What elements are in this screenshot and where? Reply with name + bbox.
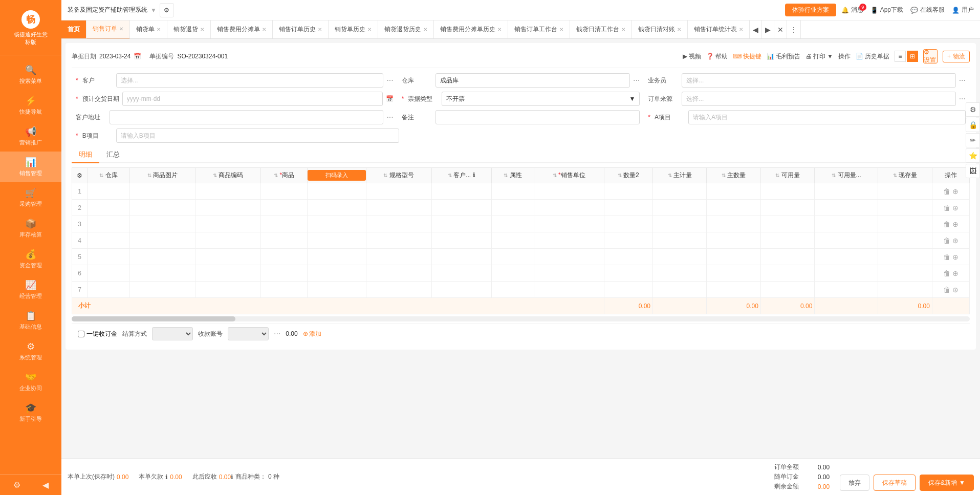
row-stock[interactable] bbox=[878, 183, 932, 200]
sidebar-item-operations[interactable]: 📈 经营管理 bbox=[0, 274, 61, 305]
online-service-btn[interactable]: 💬 在线客服 bbox=[910, 6, 945, 14]
tab-close-icon[interactable]: ✕ bbox=[200, 27, 204, 32]
form-settings-btn[interactable]: ⚙ 设置 bbox=[923, 49, 938, 63]
row-copy-btn[interactable]: ⊕ bbox=[952, 269, 959, 277]
row-spec[interactable] bbox=[366, 183, 431, 200]
sidebar-item-finance[interactable]: 💰 资金管理 bbox=[0, 244, 61, 274]
right-panel-lock-btn[interactable]: 🔒 bbox=[966, 118, 980, 132]
sidebar-collapse-btn[interactable]: ◀ bbox=[42, 480, 49, 490]
sidebar-item-inventory[interactable]: 📦 库存核算 bbox=[0, 213, 61, 244]
tab-slip-history[interactable]: 销货单历史 ✕ bbox=[329, 20, 378, 39]
print-dropdown-icon[interactable]: ▼ bbox=[827, 53, 833, 60]
help-action[interactable]: ❓ 帮助 bbox=[706, 52, 728, 61]
tab-sales-expense[interactable]: 销售费用分摊单 ✕ bbox=[211, 20, 273, 39]
tab-reconcile[interactable]: 钱货日清对账 ✕ bbox=[632, 20, 688, 39]
calendar-icon[interactable]: 📅 bbox=[134, 53, 141, 60]
sidebar-item-sales[interactable]: 📊 销售管理 bbox=[0, 152, 61, 182]
quick-payment-checkbox[interactable]: 一键收订金 bbox=[78, 330, 117, 338]
tab-sales-return[interactable]: 销货退货 ✕ bbox=[167, 20, 211, 39]
payment-method-select[interactable] bbox=[152, 327, 193, 340]
right-panel-image-btn[interactable]: 🖼 bbox=[966, 164, 980, 178]
tab-next-btn[interactable]: ▶ bbox=[762, 20, 774, 39]
invoice-select[interactable]: 不开票 ▼ bbox=[442, 92, 640, 106]
sidebar-item-guide[interactable]: 🎓 新手引导 bbox=[0, 397, 61, 428]
print-action[interactable]: 🖨 打印 ▼ bbox=[805, 52, 833, 61]
delivery-input[interactable] bbox=[122, 92, 383, 106]
row-code[interactable] bbox=[195, 183, 260, 200]
row-copy-btn[interactable]: ⊕ bbox=[952, 286, 959, 294]
tab-close-icon[interactable]: ✕ bbox=[423, 27, 427, 32]
tab-detail[interactable]: 明细 bbox=[72, 147, 99, 163]
right-panel-settings-btn[interactable]: ⚙ bbox=[966, 102, 980, 117]
right-panel-star-btn[interactable]: ⭐ bbox=[966, 148, 980, 163]
row-copy-btn[interactable]: ⊕ bbox=[952, 220, 959, 228]
row-main-unit[interactable] bbox=[653, 183, 707, 200]
tab-close-icon[interactable]: ✕ bbox=[739, 27, 743, 32]
warehouse-input[interactable] bbox=[435, 73, 630, 88]
sidebar-item-base[interactable]: 📋 基础信息 bbox=[0, 305, 61, 336]
add-item-btn[interactable]: + 物流 bbox=[943, 51, 970, 62]
tab-expense-history[interactable]: 销售费用分摊单历史 ✕ bbox=[434, 20, 508, 39]
b-project-input[interactable] bbox=[116, 128, 400, 143]
row-delete-btn[interactable]: 🗑 bbox=[943, 286, 950, 294]
row-unit[interactable] bbox=[534, 183, 604, 200]
profit-action[interactable]: 📊 毛利预告 bbox=[767, 52, 800, 61]
tab-menu-btn[interactable]: ⋮ bbox=[787, 20, 801, 39]
row-available[interactable] bbox=[760, 183, 814, 200]
row-attr[interactable] bbox=[491, 183, 534, 200]
add-payment-btn[interactable]: ⊕ 添加 bbox=[303, 330, 321, 338]
view-action[interactable]: ▶ 视频 bbox=[683, 52, 701, 61]
save-new-button[interactable]: 保存&新增 ▼ bbox=[920, 475, 974, 491]
row-image[interactable] bbox=[129, 183, 195, 200]
sidebar-item-enterprise[interactable]: 🤝 企业协同 bbox=[0, 367, 61, 397]
row-copy-btn[interactable]: ⊕ bbox=[952, 253, 959, 261]
operation-action[interactable]: 操作 bbox=[838, 52, 851, 61]
discard-button[interactable]: 放弃 bbox=[840, 475, 869, 491]
sidebar-settings-btn[interactable]: ⚙ bbox=[13, 480, 20, 490]
tab-return-history[interactable]: 销货退货历史 ✕ bbox=[378, 20, 434, 39]
order-source-input[interactable] bbox=[682, 92, 955, 106]
tab-sales-order[interactable]: 销售订单 ✕ bbox=[86, 20, 130, 39]
scan-btn[interactable]: 扫码录入 bbox=[308, 170, 365, 181]
tab-stats[interactable]: 销售订单统计表 ✕ bbox=[688, 20, 750, 39]
row-qty2[interactable] bbox=[604, 183, 653, 200]
row-delete-btn[interactable]: 🗑 bbox=[943, 204, 950, 212]
user-avatar[interactable]: 👤 用户 bbox=[952, 6, 974, 14]
tab-close-all-btn[interactable]: ✕ bbox=[774, 20, 787, 39]
row-copy-btn[interactable]: ⊕ bbox=[952, 204, 959, 212]
row-copy-btn[interactable]: ⊕ bbox=[952, 236, 959, 245]
tab-sales-order-history[interactable]: 销售订单历史 ✕ bbox=[273, 20, 329, 39]
save-draft-button[interactable]: 保存草稿 bbox=[874, 475, 916, 491]
address-input[interactable] bbox=[110, 110, 383, 124]
settings-icon[interactable]: ⚙ bbox=[160, 3, 174, 17]
row-delete-btn[interactable]: 🗑 bbox=[943, 253, 950, 261]
account-select[interactable] bbox=[228, 327, 269, 340]
row-product[interactable] bbox=[260, 183, 308, 200]
tab-summary[interactable]: 汇总 bbox=[99, 147, 127, 162]
chevron-down-icon[interactable]: ▼ bbox=[959, 479, 965, 486]
right-panel-edit-btn[interactable]: ✏ bbox=[966, 133, 980, 147]
dropdown-icon[interactable]: ▼ bbox=[150, 7, 157, 14]
history-action[interactable]: 📄 历史单据 bbox=[856, 52, 889, 61]
sidebar-item-search[interactable]: 🔍 搜索菜单 bbox=[0, 59, 61, 90]
industry-badge[interactable]: 体验行业方案 bbox=[785, 4, 836, 16]
tab-close-icon[interactable]: ✕ bbox=[497, 27, 502, 32]
tab-home[interactable]: 首页 bbox=[61, 20, 86, 39]
sidebar-item-marketing[interactable]: 📢 营销推广 bbox=[0, 121, 61, 152]
remarks-input[interactable] bbox=[435, 110, 640, 124]
shortcut-action[interactable]: ⌨ 快捷键 bbox=[733, 52, 761, 61]
salesman-dots[interactable]: ··· bbox=[959, 76, 966, 85]
warehouse-dots[interactable]: ··· bbox=[633, 76, 640, 85]
address-dots[interactable]: ··· bbox=[386, 113, 393, 122]
tab-daily-workbench[interactable]: 钱货日清工作台 ✕ bbox=[570, 20, 632, 39]
order-source-dots[interactable]: ··· bbox=[959, 94, 966, 103]
tab-close-icon[interactable]: ✕ bbox=[318, 27, 322, 32]
customer-input[interactable] bbox=[116, 73, 384, 88]
horizontal-scrollbar[interactable] bbox=[72, 316, 970, 321]
row-copy-btn[interactable]: ⊕ bbox=[952, 187, 959, 196]
delivery-calendar-icon[interactable]: 📅 bbox=[386, 95, 394, 102]
date-value[interactable]: 2023-03-24 bbox=[99, 53, 130, 60]
row-warehouse[interactable] bbox=[88, 183, 130, 200]
tab-close-icon[interactable]: ✕ bbox=[621, 27, 625, 32]
notify-btn[interactable]: 🔔 消息 9 bbox=[841, 6, 863, 14]
